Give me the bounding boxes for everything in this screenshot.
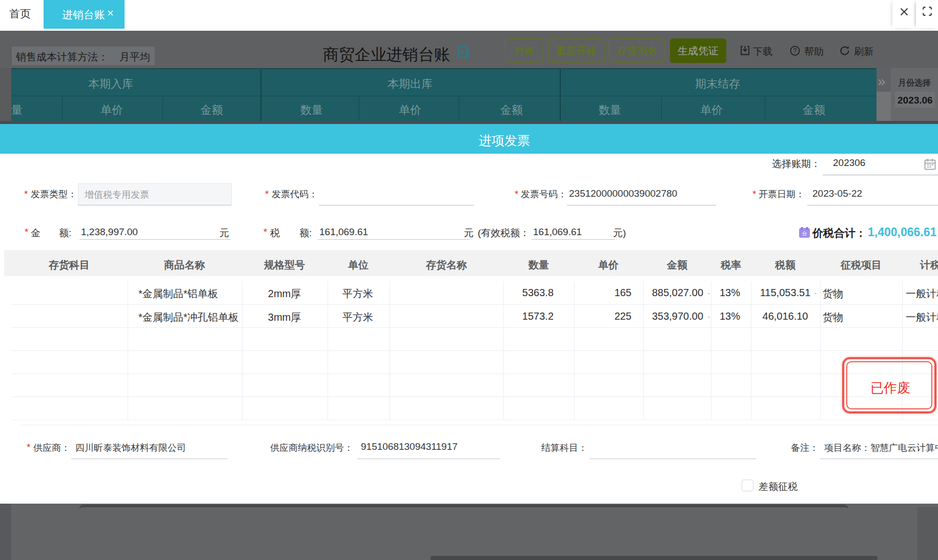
svg-text:合: 合 [802,231,807,236]
svg-text:?: ? [793,47,797,54]
